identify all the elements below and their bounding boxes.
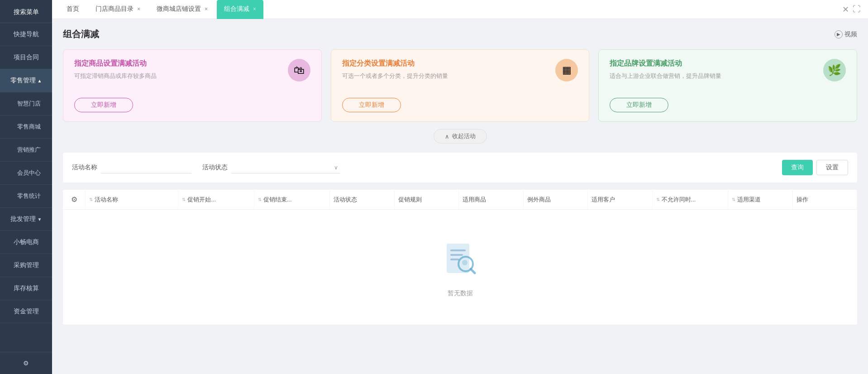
promo-cards-row: 🛍 指定商品设置满减活动 可指定滞销商品或库存较多商品 立即新增 ▦ 指定分类设… (63, 49, 857, 122)
th-customer: 适用客户 (588, 190, 652, 209)
svg-line-5 (471, 269, 475, 273)
th-action: 操作 (793, 190, 857, 209)
tab-home[interactable]: 首页 (59, 0, 86, 19)
tab-bar-actions: ✕ ⛶ (842, 5, 861, 14)
table-header: ⚙ ⇅ 活动名称 ⇅ 促销开始... ⇅ 促销结束... 活动状态 (63, 190, 857, 210)
tab-combo-discount[interactable]: 组合满减 × (217, 0, 263, 19)
page-content: 组合满减 ▶ 视频 🛍 指定商品设置满减活动 可指定滞销商品或库存较多商品 立即… (52, 19, 868, 374)
activity-name-input[interactable] (101, 162, 191, 173)
brand-card-icon: 🌿 (823, 59, 846, 82)
sort-channel-icon: ⇅ (732, 197, 735, 202)
play-icon: ▶ (835, 30, 843, 38)
th-goods: 适用商品 (459, 190, 523, 209)
brand-card-title: 指定品牌设置满减活动 (610, 59, 846, 68)
product-card-icon: 🛍 (288, 59, 310, 82)
close-window-icon[interactable]: ✕ (842, 5, 849, 14)
tab-combo-discount-close[interactable]: × (253, 6, 256, 12)
sidebar-item-project-contract[interactable]: 项目合同 (0, 46, 52, 69)
th-notallow[interactable]: ⇅ 不允许同时... (653, 190, 729, 209)
sidebar-item-smart-store[interactable]: 智慧门店 (0, 92, 52, 115)
empty-state-icon (438, 237, 483, 282)
sidebar: 搜索菜单 快捷导航 项目合同 零售管理 ▲ 智慧门店 零售商城 营销推广 会员中… (0, 0, 52, 374)
activity-status-select[interactable]: 进行中 未开始 已结束 (231, 162, 340, 173)
sort-notallow-icon: ⇅ (656, 197, 660, 202)
sidebar-item-retail-stats[interactable]: 零售统计 (0, 185, 52, 208)
query-button[interactable]: 查询 (782, 160, 813, 175)
sort-name-icon: ⇅ (89, 197, 93, 202)
sidebar-item-fund-mgmt[interactable]: 资金管理 (0, 300, 52, 323)
brand-card-desc: 适合与上游企业联合做营销，提升品牌销量 (610, 72, 846, 80)
sidebar-item-member-center[interactable]: 会员中心 (0, 162, 52, 185)
main-content: 首页 门店商品目录 × 微商城店铺设置 × 组合满减 × ✕ ⛶ 组合满减 ▶ … (52, 0, 868, 374)
tab-store-catalog-close[interactable]: × (137, 6, 140, 12)
filter-row: 活动名称 活动状态 进行中 未开始 已结束 ∨ 查询 设置 (63, 153, 857, 182)
settings-button[interactable]: 设置 (816, 160, 848, 175)
filter-status-select-wrapper: 进行中 未开始 已结束 ∨ (231, 162, 340, 173)
chevron-up-icon: ∧ (445, 133, 449, 140)
th-channel[interactable]: ⇅ 适用渠道 (728, 190, 792, 209)
svg-rect-2 (450, 254, 463, 256)
activity-table: ⚙ ⇅ 活动名称 ⇅ 促销开始... ⇅ 促销结束... 活动状态 (63, 190, 857, 325)
sidebar-item-retail-mgmt[interactable]: 零售管理 ▲ (0, 69, 52, 92)
svg-point-6 (462, 260, 467, 265)
product-card-add-button[interactable]: 立即新增 (74, 98, 133, 112)
brand-promo-card: 🌿 指定品牌设置满减活动 适合与上游企业联合做营销，提升品牌销量 立即新增 (598, 49, 857, 122)
video-link[interactable]: ▶ 视频 (835, 30, 857, 38)
th-rule: 促销规则 (395, 190, 459, 209)
category-card-title: 指定分类设置满减活动 (342, 59, 578, 68)
sort-end-icon: ⇅ (258, 197, 262, 202)
expand-window-icon[interactable]: ⛶ (853, 5, 861, 14)
th-end[interactable]: ⇅ 促销结束... (254, 190, 330, 209)
svg-rect-1 (450, 249, 466, 251)
filter-status-group: 活动状态 进行中 未开始 已结束 ∨ (202, 162, 340, 173)
page-title: 组合满减 (63, 28, 99, 40)
product-card-title: 指定商品设置满减活动 (74, 59, 310, 68)
sort-start-icon: ⇅ (182, 197, 186, 202)
product-promo-card: 🛍 指定商品设置满减活动 可指定滞销商品或库存较多商品 立即新增 (63, 49, 322, 122)
sidebar-item-retail-mall[interactable]: 零售商城 (0, 115, 52, 139)
tab-wechat-settings-close[interactable]: × (205, 6, 208, 12)
category-card-desc: 可选一个或者多个分类，提升分类的销量 (342, 72, 578, 80)
wholesale-arrow: ▼ (38, 217, 42, 222)
brand-card-add-button[interactable]: 立即新增 (610, 98, 668, 112)
empty-text: 暂无数据 (448, 289, 473, 297)
th-start[interactable]: ⇅ 促销开始... (178, 190, 254, 209)
th-settings[interactable]: ⚙ (63, 190, 86, 209)
sidebar-item-quick-nav[interactable]: 快捷导航 (0, 23, 52, 46)
category-card-icon: ▦ (555, 59, 578, 82)
sidebar-settings-button[interactable]: ⚙ (0, 352, 52, 374)
retail-mgmt-arrow: ▲ (38, 78, 42, 83)
gear-icon: ⚙ (23, 360, 29, 367)
empty-state: 暂无数据 (63, 210, 857, 325)
sidebar-search[interactable]: 搜索菜单 (0, 0, 52, 23)
sidebar-item-wholesale-mgmt[interactable]: 批发管理 ▼ (0, 208, 52, 231)
th-name[interactable]: ⇅ 活动名称 (86, 190, 178, 209)
svg-rect-0 (447, 244, 469, 273)
tab-wechat-settings[interactable]: 微商城店铺设置 × (149, 0, 215, 19)
svg-rect-3 (450, 259, 459, 260)
th-status: 活动状态 (330, 190, 394, 209)
filter-actions: 查询 设置 (782, 160, 848, 175)
filter-status-label: 活动状态 (202, 163, 228, 172)
filter-name-label: 活动名称 (72, 163, 97, 172)
sidebar-item-marketing[interactable]: 营销推广 (0, 139, 52, 162)
product-card-desc: 可指定滞销商品或库存较多商品 (74, 72, 310, 80)
tab-store-catalog[interactable]: 门店商品目录 × (88, 0, 148, 19)
tab-bar: 首页 门店商品目录 × 微商城店铺设置 × 组合满减 × ✕ ⛶ (52, 0, 868, 19)
sidebar-item-inventory[interactable]: 库存核算 (0, 277, 52, 300)
sidebar-item-purchase-mgmt[interactable]: 采购管理 (0, 254, 52, 277)
table-settings-icon: ⚙ (71, 195, 77, 204)
th-exclude: 例外商品 (524, 190, 588, 209)
page-header: 组合满减 ▶ 视频 (63, 28, 857, 40)
sidebar-item-xiaochang[interactable]: 小畅电商 (0, 231, 52, 254)
category-card-add-button[interactable]: 立即新增 (342, 98, 401, 112)
category-promo-card: ▦ 指定分类设置满减活动 可选一个或者多个分类，提升分类的销量 立即新增 (331, 49, 590, 122)
collapse-activity-button[interactable]: ∧ 收起活动 (434, 129, 487, 144)
filter-name-group: 活动名称 (72, 162, 191, 173)
collapse-bar: ∧ 收起活动 (63, 129, 857, 144)
